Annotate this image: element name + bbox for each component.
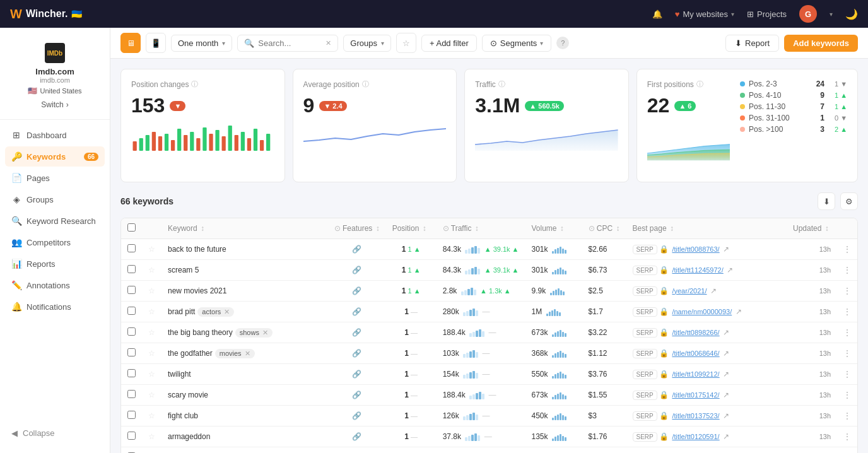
sidebar-item-notifications[interactable]: 🔔 Notifications [5,297,105,317]
star-icon[interactable]: ☆ [148,286,155,295]
col-header-cpc[interactable]: ⊙ CPC ↕ [582,218,626,239]
search-input[interactable] [258,38,322,48]
sidebar-item-keywords[interactable]: 🔑 Keywords 66 [5,146,105,167]
keyword-tag[interactable]: actors ✕ [197,307,234,317]
star-icon[interactable]: ☆ [148,391,155,399]
star-icon[interactable]: ☆ [148,266,155,274]
keyword-sort-icon[interactable]: ↕ [201,224,204,233]
groups-select[interactable]: Groups ▾ [343,35,391,52]
row-checkbox[interactable] [127,265,136,273]
switch-button[interactable]: Switch › [41,100,68,109]
col-header-traffic[interactable]: ⊙ Traffic ↕ [437,218,525,239]
period-select[interactable]: One month ▾ [171,35,232,52]
row-more-button[interactable]: ⋮ [843,266,851,274]
star-icon[interactable]: ☆ [148,245,155,254]
best-page-link[interactable]: /title/tt11245972/ [672,266,723,274]
star-icon[interactable]: ☆ [148,307,155,316]
best-page-link[interactable]: /title/tt0137523/ [672,412,719,420]
col-header-volume[interactable]: Volume ↕ [525,218,582,239]
col-header-updated[interactable]: Updated ↕ [787,218,837,239]
star-icon[interactable]: ☆ [148,370,155,379]
add-keywords-button[interactable]: Add keywords [784,35,858,52]
help-button[interactable]: ? [556,37,569,49]
external-link-icon[interactable]: ↗ [723,245,729,254]
updated-sort-icon[interactable]: ↕ [825,224,829,233]
best-page-link[interactable]: /title/tt0068646/ [672,350,719,357]
bell-icon[interactable]: 🔔 [652,9,662,19]
best-page-link[interactable]: /title/tt0120591/ [672,433,719,440]
tag-remove-icon[interactable]: ✕ [224,308,230,315]
first-positions-help-icon[interactable]: ⓘ [696,79,703,89]
report-button[interactable]: ⬇ Report [725,35,779,52]
sidebar-item-pages[interactable]: 📄 Pages [5,168,105,188]
star-icon[interactable]: ☆ [148,432,155,441]
table-settings-button[interactable]: ⚙ [840,192,858,210]
user-avatar[interactable]: G [799,5,817,23]
user-chevron[interactable]: ▾ [830,11,833,18]
clear-search-icon[interactable]: ✕ [326,39,331,47]
external-link-icon[interactable]: ↗ [727,266,733,274]
select-all-checkbox[interactable] [127,223,136,232]
collapse-button[interactable]: ◀ Collapse [0,423,110,443]
avg-position-help-icon[interactable]: ⓘ [362,79,369,89]
col-header-keyword[interactable]: Keyword ↕ [161,218,328,239]
row-more-button[interactable]: ⋮ [843,328,851,337]
row-checkbox[interactable] [127,286,136,294]
favorite-button[interactable]: ☆ [396,33,416,53]
col-header-bestpage[interactable]: Best page ↕ [626,218,787,239]
external-link-icon[interactable]: ↗ [723,370,729,379]
external-link-icon[interactable]: ↗ [723,349,729,358]
best-page-link[interactable]: /name/nm0000093/ [672,308,732,315]
tag-remove-icon[interactable]: ✕ [262,329,268,336]
traffic-help-icon[interactable]: ⓘ [498,79,505,89]
row-checkbox[interactable] [127,244,136,252]
download-table-button[interactable]: ⬇ [818,192,835,210]
row-checkbox[interactable] [127,369,136,377]
row-checkbox[interactable] [127,348,136,356]
dark-mode-icon[interactable]: 🌙 [845,8,858,20]
star-icon[interactable]: ☆ [148,349,155,358]
best-page-link[interactable]: /title/tt0898266/ [672,329,719,336]
cpc-sort-icon[interactable]: ↕ [616,224,620,233]
best-page-link[interactable]: /title/tt0088763/ [672,245,719,253]
sidebar-item-reports[interactable]: 📊 Reports [5,254,105,274]
external-link-icon[interactable]: ↗ [710,286,717,295]
my-websites-button[interactable]: ♥ My websites ▾ [675,9,734,19]
sidebar-item-competitors[interactable]: 👥 Competitors [5,232,105,252]
features-sort-icon[interactable]: ↕ [376,224,380,233]
sidebar-item-annotations[interactable]: ✏️ Annotations [5,275,105,295]
row-more-button[interactable]: ⋮ [843,286,851,295]
external-link-icon[interactable]: ↗ [723,432,729,441]
sidebar-item-keyword-research[interactable]: 🔍 Keyword Research [5,211,105,231]
keyword-tag[interactable]: movies ✕ [215,349,255,358]
row-checkbox[interactable] [127,307,136,315]
sidebar-item-dashboard[interactable]: ⊞ Dashboard [5,125,105,145]
row-more-button[interactable]: ⋮ [843,370,851,379]
col-header-position[interactable]: Position ↕ [386,218,437,239]
position-changes-help-icon[interactable]: ⓘ [191,79,198,89]
best-page-link[interactable]: /title/tt0175142/ [672,391,719,399]
desktop-view-button[interactable]: 🖥 [120,33,141,53]
external-link-icon[interactable]: ↗ [736,307,742,316]
segments-button[interactable]: ⊙ Segments ▾ [482,35,552,52]
bestpage-sort-icon[interactable]: ↕ [670,224,674,233]
projects-button[interactable]: ⊞ Projects [747,9,787,19]
best-page-link[interactable]: /title/tt1099212/ [672,370,719,378]
sidebar-item-groups[interactable]: ◈ Groups [5,189,105,209]
best-page-link[interactable]: /year/2021/ [672,287,707,295]
row-more-button[interactable]: ⋮ [843,411,851,420]
row-checkbox[interactable] [127,432,136,440]
row-more-button[interactable]: ⋮ [843,307,851,316]
add-filter-button[interactable]: + Add filter [421,35,477,52]
row-checkbox[interactable] [127,327,136,336]
row-more-button[interactable]: ⋮ [843,391,851,399]
row-more-button[interactable]: ⋮ [843,432,851,441]
position-sort-icon[interactable]: ↕ [423,224,426,233]
logo[interactable]: W Wincher. 🇺🇦 [10,7,82,21]
star-icon[interactable]: ☆ [148,411,155,420]
traffic-sort-icon[interactable]: ↕ [475,224,479,233]
volume-sort-icon[interactable]: ↕ [560,224,564,233]
keyword-tag[interactable]: shows ✕ [235,328,273,338]
row-more-button[interactable]: ⋮ [843,349,851,358]
row-checkbox[interactable] [127,390,136,398]
